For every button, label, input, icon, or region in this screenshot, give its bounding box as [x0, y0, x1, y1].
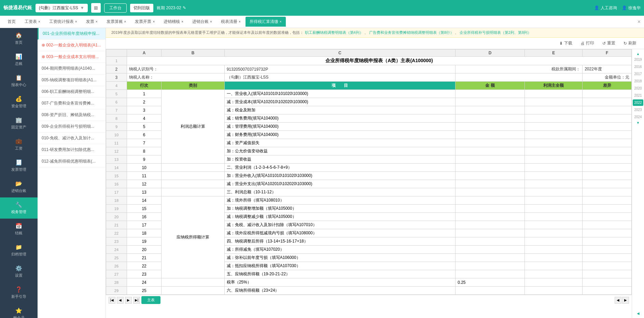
timeline-year-2022[interactable]: 2022 [633, 99, 643, 106]
company-selector[interactable]: (勾删）江西服宝-LSS ▼ [36, 4, 88, 12]
settings-icon: ⚙️ [15, 265, 22, 272]
left-panel-item-007[interactable]: 007-广告费和业务宣传费摊... [38, 98, 106, 109]
reset-button[interactable]: ↺ 重置 [600, 40, 617, 47]
currency-value: 金额单位：元 [583, 73, 632, 82]
main-table: A B C D E F 1 企业所 [106, 49, 632, 295]
ledger-edit-icon[interactable]: ✎ [183, 5, 186, 10]
timeline-down-arrow[interactable]: ▼ [636, 121, 640, 125]
user-profile[interactable]: 👤 徐逸华 [622, 5, 641, 11]
tab-payroll-stats-close[interactable]: × [75, 20, 77, 24]
sidebar-item-member[interactable]: ⭐ 畅会员 [0, 303, 38, 318]
tab-tax-list-close[interactable]: × [239, 20, 241, 24]
taxpayer-name-label: 纳税人名称： [127, 73, 224, 82]
sidebar-item-assets[interactable]: 🏢 固定资产 [0, 113, 38, 134]
tab-invoice-close[interactable]: × [96, 20, 98, 24]
tab-purchase-verify-label: 进销稽核 [164, 19, 180, 25]
tab-income-tax-close[interactable]: × [280, 20, 282, 24]
sidebar-item-funds[interactable]: 💰 资金管理 [0, 92, 38, 113]
switch-old-version-button[interactable]: 切到旧版 [130, 4, 153, 12]
currency-label [456, 73, 583, 82]
left-panel-item-012[interactable]: 012-减免所得税优惠明细表(... [38, 156, 106, 167]
tab-invoice[interactable]: 发票 × [82, 17, 102, 27]
sheet-nav-prev[interactable]: ◀ [117, 297, 124, 304]
left-panel-item-006[interactable]: 006-职工薪酬纳税调整明细... [38, 86, 106, 98]
sheet-scroll-right[interactable]: ▶ [622, 297, 629, 304]
warning-link-3[interactable]: 企业所得税补亏损明细表（第2列、第8列） [460, 30, 531, 34]
timeline-year-2017[interactable]: 2017 [633, 71, 642, 77]
tab-home[interactable]: 首页 [3, 17, 20, 27]
reports-icon: 📋 [15, 74, 22, 81]
sheet-nav-last[interactable]: ▶| [133, 297, 140, 304]
timeline-year-2018[interactable]: 2018 [633, 78, 642, 84]
tab-purchase-verify-close[interactable]: × [181, 20, 183, 24]
left-panel-item-008[interactable]: 008-资产折旧、摊销及纳税... [38, 109, 106, 121]
sidebar-item-guide[interactable]: ❓ 新手引导 [0, 282, 38, 303]
tab-payroll[interactable]: 工资表 × [20, 17, 44, 27]
tab-income-tax[interactable]: 所得税汇算清缴 × [246, 17, 286, 27]
tab-purchase-ledger-close[interactable]: × [210, 20, 212, 24]
refresh-icon: ↻ [624, 41, 627, 46]
ai-consult-button[interactable]: 👤 人工咨询 [594, 5, 617, 11]
tab-panel-close[interactable]: × [638, 19, 641, 25]
sheet-scroll-left[interactable]: ◀ [615, 297, 621, 304]
sidebar-item-purchase-sales[interactable]: 📂 进销台账 [0, 176, 38, 197]
sheet-nav-next[interactable]: ▶ [125, 297, 132, 304]
print-button[interactable]: 🖨 打印 [578, 40, 596, 47]
workbench-button[interactable]: 工作台 [104, 3, 127, 13]
tab-navigation: 首页 工资表 × 工资统计报表 × 发票 × 发票算账 × 发票开票 × 进销稽… [0, 16, 644, 28]
left-panel-item-005[interactable]: 005-纳税调整项目明细表(A1... [38, 74, 106, 86]
reset-icon: ↺ [602, 41, 606, 46]
tab-tax-list-label: 税表清册 [221, 19, 237, 25]
tab-invoice-open-close[interactable]: × [153, 20, 155, 24]
col-header-rownum [106, 50, 127, 57]
user-icon: 👤 [622, 5, 627, 10]
left-panel-item-003[interactable]: 003-一般企业成本支出明细... [38, 51, 106, 63]
tab-payroll-stats[interactable]: 工资统计报表 × [45, 17, 81, 27]
sidebar-item-archive[interactable]: 📁 归档管理 [0, 240, 38, 261]
left-panel-item-004[interactable]: 004-期间费用明细表(A1040... [38, 63, 106, 74]
rownum-2: 2 [106, 65, 127, 73]
sidebar-item-tax-mgmt-label: 税务管理 [11, 209, 26, 215]
left-panel-item-010[interactable]: 010-免税、减计收入及加计... [38, 133, 106, 144]
sidebar-item-tax-mgmt[interactable]: 🔧 税务管理 [0, 197, 38, 219]
timeline-expand-icon[interactable]: ◀ [637, 312, 640, 315]
timeline-year-2023[interactable]: 2023 [633, 107, 642, 113]
sidebar-item-payroll[interactable]: 💼 工资 [0, 134, 38, 155]
tab-payroll-label: 工资表 [25, 19, 37, 25]
sidebar-item-ledger[interactable]: 📊 总账 [0, 49, 38, 70]
sheet-nav-first[interactable]: |◀ [109, 297, 115, 304]
table-row-title: 1 企业所得税年度纳税申报表（A类）主表(A100000) [106, 57, 632, 65]
company-settings-icon[interactable]: ⊞ [91, 3, 101, 13]
tab-invoice-open[interactable]: 发票开票 × [131, 17, 159, 27]
sidebar-item-invoice-mgmt-label: 发票管理 [11, 167, 26, 172]
left-panel-item-009[interactable]: 009-企业所得税补亏损明细... [38, 121, 106, 133]
sidebar-item-home[interactable]: 🏠 首页 [0, 28, 38, 49]
sidebar-item-closing[interactable]: 📅 结账 [0, 219, 38, 240]
tab-payroll-close[interactable]: × [38, 20, 40, 24]
download-button[interactable]: ⬇ 下载 [557, 40, 574, 47]
sidebar-item-member-label: 畅会员 [13, 315, 25, 318]
warning-link-2[interactable]: 广告费和业务宣传费摊销纳税调整明细表（第8行） [369, 30, 454, 34]
sheet-tab-main[interactable]: 主表 [141, 296, 160, 304]
tab-purchase-verify[interactable]: 进销稽核 × [159, 17, 187, 27]
left-panel-item-011[interactable]: 011-研发费用加计扣除优惠... [38, 144, 106, 156]
tab-tax-list[interactable]: 税表清册 × [217, 17, 245, 27]
tab-invoice-account-close[interactable]: × [124, 20, 126, 24]
warning-separator-1: 、 [364, 30, 368, 34]
sidebar-item-reports[interactable]: 📋 报表中心 [0, 70, 38, 92]
tab-invoice-account[interactable]: 发票算账 × [102, 17, 130, 27]
timeline-year-2016[interactable]: 2016 [633, 64, 642, 70]
warning-link-1[interactable]: 职工薪酬纳税调整明细表（第4列） [305, 30, 363, 34]
left-panel-item-001[interactable]: 001-企业所得税年度纳税申报... [38, 28, 106, 40]
refresh-button[interactable]: ↻ 刷新 [621, 40, 639, 47]
tab-purchase-ledger[interactable]: 进销台账 × [188, 17, 216, 27]
left-panel-item-002[interactable]: 002-一般企业收入明细表(A1... [38, 40, 106, 51]
timeline-up-arrow[interactable]: ▲ [636, 52, 640, 56]
sidebar-item-invoice-mgmt[interactable]: 🧾 发票管理 [0, 155, 38, 176]
timeline-year-2020[interactable]: 2020 [633, 85, 642, 92]
table-row-taxpayer-id: 2 纳税人识别号： 91320500703719732P 税款所属期间： 202… [106, 65, 632, 73]
sidebar-item-settings[interactable]: ⚙️ 设置 [0, 261, 38, 282]
timeline-year-2021[interactable]: 2021 [633, 92, 642, 99]
timeline-year-2024[interactable]: 2024 [633, 114, 642, 120]
timeline-year-2019[interactable]: 2019 [633, 56, 642, 63]
